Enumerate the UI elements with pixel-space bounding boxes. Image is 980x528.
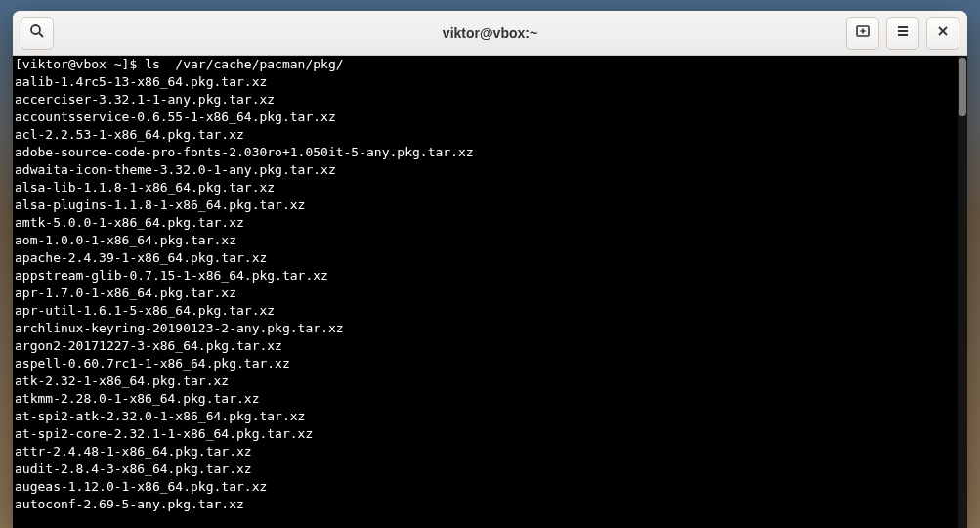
- terminal-output-line: aom-1.0.0-1-x86_64.pkg.tar.xz: [15, 232, 965, 249]
- terminal-output-line: atkmm-2.28.0-1-x86_64.pkg.tar.xz: [15, 390, 965, 408]
- terminal-output-line: accountsservice-0.6.55-1-x86_64.pkg.tar.…: [15, 109, 965, 126]
- terminal-output-line: apr-1.7.0-1-x86_64.pkg.tar.xz: [15, 285, 965, 302]
- terminal-output-line: at-spi2-core-2.32.1-1-x86_64.pkg.tar.xz: [15, 425, 965, 443]
- terminal-output-line: apache-2.4.39-1-x86_64.pkg.tar.xz: [15, 249, 965, 267]
- terminal-output-line: atk-2.32-1-x86_64.pkg.tar.xz: [15, 373, 965, 390]
- terminal-output-line: adobe-source-code-pro-fonts-2.030ro+1.05…: [15, 144, 965, 161]
- terminal-output-line: apr-util-1.6.1-5-x86_64.pkg.tar.xz: [15, 302, 965, 320]
- new-tab-icon: [855, 23, 871, 43]
- terminal-window: viktor@vbox:~: [13, 11, 967, 528]
- terminal-output-line: at-spi2-atk-2.32.0-1-x86_64.pkg.tar.xz: [15, 408, 965, 425]
- terminal-output[interactable]: [viktor@vbox ~]$ ls /var/cache/pacman/pk…: [13, 56, 967, 528]
- terminal-output-line: aspell-0.60.7rc1-1-x86_64.pkg.tar.xz: [15, 355, 965, 373]
- terminal-output-line: augeas-1.12.0-1-x86_64.pkg.tar.xz: [15, 478, 965, 496]
- svg-line-1: [39, 33, 43, 37]
- terminal-output-line: adwaita-icon-theme-3.32.0-1-any.pkg.tar.…: [15, 161, 965, 179]
- hamburger-icon: [895, 23, 911, 43]
- terminal-output-line: alsa-lib-1.1.8-1-x86_64.pkg.tar.xz: [15, 179, 965, 197]
- window-title: viktor@vbox:~: [13, 25, 967, 41]
- close-button[interactable]: [926, 17, 959, 50]
- terminal-output-line: autoconf-2.69-5-any.pkg.tar.xz: [15, 496, 965, 513]
- terminal-output-line: appstream-glib-0.7.15-1-x86_64.pkg.tar.x…: [15, 267, 965, 285]
- terminal-output-line: aalib-1.4rc5-13-x86_64.pkg.tar.xz: [15, 73, 965, 91]
- terminal-output-line: acl-2.2.53-1-x86_64.pkg.tar.xz: [15, 126, 965, 144]
- terminal-output-line: amtk-5.0.0-1-x86_64.pkg.tar.xz: [15, 214, 965, 232]
- titlebar: viktor@vbox:~: [13, 11, 967, 56]
- terminal-prompt-line: [viktor@vbox ~]$ ls /var/cache/pacman/pk…: [15, 56, 965, 73]
- terminal-output-line: accerciser-3.32.1-1-any.pkg.tar.xz: [15, 91, 965, 109]
- prompt-bracket-close: ]$: [122, 57, 145, 71]
- hamburger-menu-button[interactable]: [886, 17, 919, 50]
- search-icon: [29, 23, 45, 43]
- scrollbar-thumb[interactable]: [959, 58, 966, 116]
- new-tab-button[interactable]: [846, 17, 879, 50]
- command-text: ls /var/cache/pacman/pkg/: [145, 57, 344, 71]
- search-button[interactable]: [21, 17, 54, 50]
- terminal-output-line: attr-2.4.48-1-x86_64.pkg.tar.xz: [15, 443, 965, 461]
- terminal-output-line: alsa-plugins-1.1.8-1-x86_64.pkg.tar.xz: [15, 197, 965, 214]
- terminal-output-line: audit-2.8.4-3-x86_64.pkg.tar.xz: [15, 461, 965, 478]
- svg-point-0: [31, 25, 40, 34]
- terminal-output-line: argon2-20171227-3-x86_64.pkg.tar.xz: [15, 337, 965, 355]
- close-icon: [935, 23, 951, 43]
- prompt-bracket-open: [: [15, 57, 22, 71]
- prompt-user-host: viktor@vbox ~: [22, 57, 122, 71]
- terminal-scrollbar[interactable]: [958, 56, 967, 528]
- terminal-output-line: archlinux-keyring-20190123-2-any.pkg.tar…: [15, 320, 965, 337]
